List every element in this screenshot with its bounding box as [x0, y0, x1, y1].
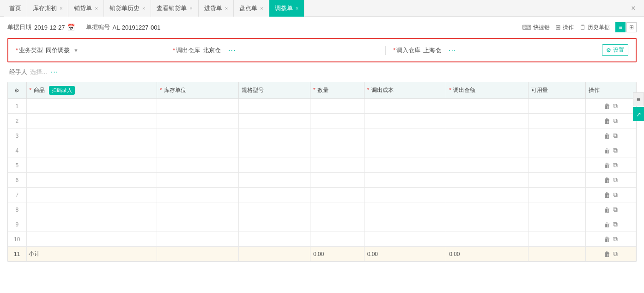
cell-spec[interactable] — [239, 99, 310, 114]
cell-spec[interactable] — [239, 217, 310, 232]
cell-product[interactable] — [26, 188, 157, 202]
cell-qty[interactable] — [310, 99, 365, 114]
cell-qty[interactable] — [310, 158, 365, 173]
cell-available[interactable] — [528, 158, 585, 173]
delete-icon[interactable]: 🗑 — [604, 221, 610, 228]
close-tab-inventory-check[interactable]: × — [260, 6, 263, 11]
copy-icon[interactable]: ⧉ — [613, 117, 618, 125]
cell-unit[interactable] — [157, 202, 239, 217]
cell-cost[interactable] — [364, 99, 446, 114]
cell-unit[interactable] — [157, 143, 239, 158]
person-more-icon[interactable]: ··· — [51, 68, 58, 76]
copy-icon[interactable]: ⧉ — [613, 146, 618, 154]
delete-icon[interactable]: 🗑 — [604, 236, 610, 243]
cell-amount[interactable] — [446, 99, 529, 114]
cell-amount[interactable] — [446, 158, 529, 173]
delete-icon[interactable]: 🗑 — [604, 103, 610, 110]
close-tab-purchase-order[interactable]: × — [225, 6, 228, 11]
cell-available[interactable] — [528, 232, 585, 247]
close-tab-transfer-order[interactable]: × — [296, 6, 298, 11]
cell-cost[interactable] — [364, 202, 446, 217]
cell-cost[interactable] — [364, 143, 446, 158]
cell-cost[interactable] — [364, 232, 446, 247]
cell-available[interactable] — [528, 128, 585, 143]
cell-qty[interactable] — [310, 217, 365, 232]
cell-product[interactable] — [26, 143, 157, 158]
layout-btn-list[interactable]: ≡ — [615, 22, 626, 32]
cell-amount[interactable] — [446, 202, 529, 217]
cell-spec[interactable] — [239, 143, 310, 158]
cell-qty[interactable] — [310, 202, 365, 217]
cell-amount[interactable] — [446, 217, 529, 232]
cell-cost[interactable] — [364, 217, 446, 232]
cell-spec[interactable] — [239, 158, 310, 173]
cell-cost[interactable] — [364, 114, 446, 128]
cell-unit[interactable] — [157, 99, 239, 114]
calendar-icon[interactable]: 📅 — [67, 24, 75, 31]
copy-icon[interactable]: ⧉ — [613, 235, 618, 243]
cell-unit[interactable] — [157, 158, 239, 173]
cell-spec[interactable] — [239, 128, 310, 143]
cell-amount[interactable] — [446, 114, 529, 128]
cell-unit[interactable] — [157, 128, 239, 143]
close-tab-view-sales[interactable]: × — [189, 6, 192, 11]
close-tab-sales-history[interactable]: × — [142, 6, 145, 11]
out-warehouse-value[interactable]: 北京仓 — [203, 46, 221, 55]
in-warehouse-value[interactable]: 上海仓 — [423, 46, 441, 55]
history-button[interactable]: 🗒 历史单据 — [579, 24, 610, 31]
cell-amount[interactable] — [446, 232, 529, 247]
table-scroll-area[interactable]: ⚙ * 商品 扫码录入 * 库存单位 规格型号 — [8, 82, 636, 262]
cell-unit[interactable] — [157, 188, 239, 202]
cell-product[interactable] — [26, 232, 157, 247]
tab-sales-history[interactable]: 销货单历史 × — [104, 0, 151, 17]
tab-inventory-init[interactable]: 库存期初 × — [27, 0, 68, 17]
cell-available[interactable] — [528, 114, 585, 128]
delete-icon[interactable]: 🗑 — [604, 162, 610, 169]
tab-view-sales[interactable]: 查看销货单 × — [151, 0, 198, 17]
business-type-dropdown-icon[interactable]: ▼ — [73, 48, 79, 53]
delete-icon[interactable]: 🗑 — [604, 191, 610, 199]
tab-home[interactable]: 首页 — [4, 0, 27, 17]
tab-sales-order[interactable]: 销货单 × — [68, 0, 103, 17]
in-warehouse-more-icon[interactable]: ··· — [449, 46, 456, 55]
settings-button[interactable]: ⚙ 设置 — [602, 44, 628, 56]
th-settings[interactable]: ⚙ — [8, 82, 26, 99]
cell-unit[interactable] — [157, 217, 239, 232]
layout-btn-grid[interactable]: ⊞ — [626, 22, 637, 32]
cell-product[interactable] — [26, 99, 157, 114]
shortcut-button[interactable]: ⌨ 快捷键 — [522, 24, 550, 31]
close-all-tabs-button[interactable]: × — [626, 1, 640, 15]
delete-icon[interactable]: 🗑 — [604, 206, 610, 214]
float-list-icon[interactable]: ≡ — [633, 92, 644, 106]
cell-amount[interactable] — [446, 128, 529, 143]
tab-transfer-order[interactable]: 调拨单 × — [269, 0, 304, 17]
cell-unit[interactable] — [157, 173, 239, 188]
cell-product[interactable] — [26, 217, 157, 232]
person-input[interactable]: 选择... — [30, 68, 47, 76]
cell-available[interactable] — [528, 202, 585, 217]
cell-available[interactable] — [528, 143, 585, 158]
cell-available[interactable] — [528, 217, 585, 232]
copy-icon[interactable]: ⧉ — [613, 132, 618, 140]
close-tab-sales-order[interactable]: × — [95, 6, 97, 11]
cell-qty[interactable] — [310, 143, 365, 158]
cell-cost[interactable] — [364, 188, 446, 202]
cell-spec[interactable] — [239, 173, 310, 188]
copy-icon[interactable]: ⧉ — [613, 250, 618, 258]
cell-amount[interactable] — [446, 173, 529, 188]
delete-icon[interactable]: 🗑 — [604, 177, 610, 184]
cell-unit[interactable] — [157, 232, 239, 247]
cell-cost[interactable] — [364, 128, 446, 143]
cell-spec[interactable] — [239, 202, 310, 217]
cell-spec[interactable] — [239, 188, 310, 202]
cell-product[interactable] — [26, 128, 157, 143]
cell-qty[interactable] — [310, 173, 365, 188]
float-expand-icon[interactable]: ↗ — [633, 107, 644, 121]
cell-qty[interactable] — [310, 128, 365, 143]
copy-icon[interactable]: ⧉ — [613, 161, 618, 169]
scan-entry-button[interactable]: 扫码录入 — [49, 86, 75, 95]
delete-icon[interactable]: 🗑 — [604, 132, 610, 140]
cell-qty[interactable] — [310, 188, 365, 202]
cell-spec[interactable] — [239, 232, 310, 247]
cell-amount[interactable] — [446, 188, 529, 202]
